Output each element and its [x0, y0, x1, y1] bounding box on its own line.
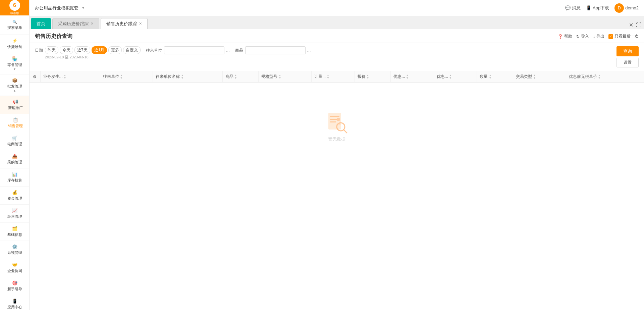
sidebar-item-retail[interactable]: 🏪 零售管理 ▼: [0, 53, 29, 74]
retail-collapse-icon: ▼: [13, 67, 16, 71]
sidebar-item-basic[interactable]: 🗂️ 基础信息: [0, 223, 29, 241]
tab-purchase-history[interactable]: 采购历史价跟踪 ✕: [52, 18, 99, 29]
sidebar-item-appstore[interactable]: 📱 应用中心: [0, 295, 29, 310]
sidebar: 6 标准版 🔍 搜索菜单 ⚡ 快捷导航 🏪 零售管理 ▼ 📦 批发管理 ▲ 📢 …: [0, 0, 30, 310]
goods-input-group: ...: [245, 46, 311, 54]
preset-more[interactable]: 更多: [108, 46, 122, 54]
col-partner-code[interactable]: 往来单位 ▲▼: [100, 71, 153, 83]
col-discount1[interactable]: 优惠... ▲▼: [391, 71, 434, 83]
col-quantity[interactable]: 数量 ▲▼: [477, 71, 513, 83]
only-last-checkbox-label[interactable]: ✓ 只看最后一次: [608, 34, 639, 39]
col-partner-name[interactable]: 往来单位名称 ▲▼: [153, 71, 222, 83]
messages-button[interactable]: 💬 消息: [565, 5, 581, 11]
sidebar-item-enterprise[interactable]: 🤝 企业协同: [0, 259, 29, 277]
only-last-label: 只看最后一次: [614, 34, 639, 39]
sidebar-item-finance[interactable]: 💰 资金管理: [0, 187, 29, 205]
tab-home[interactable]: 首页: [31, 18, 51, 29]
query-button[interactable]: 查询: [616, 46, 639, 56]
help-button[interactable]: ❓ 帮助: [558, 34, 572, 39]
retail-icon: 🏪: [12, 56, 17, 61]
goods-picker-icon[interactable]: ...: [307, 48, 311, 53]
search-menu-label: 搜索菜单: [7, 25, 22, 30]
empty-text: 暂无数据: [328, 136, 345, 142]
sidebar-item-shortcut[interactable]: ⚡ 快捷导航: [0, 35, 29, 53]
svg-rect-1: [330, 116, 339, 117]
marketing-label: 营销推广: [8, 105, 23, 110]
col-spec[interactable]: 规格型号 ▲▼: [259, 71, 312, 83]
preset-custom[interactable]: 自定义: [123, 46, 141, 54]
system-label: 系统管理: [7, 250, 22, 255]
download-icon: 📱: [586, 5, 591, 10]
appstore-icon: 📱: [12, 299, 17, 304]
col-quote[interactable]: 报价 ▲▼: [355, 71, 391, 83]
date-presets: 昨天 今天 近7天 近1月 更多 自定义: [45, 46, 141, 54]
tab-purchase-history-close-icon[interactable]: ✕: [91, 21, 94, 26]
export-icon: ↓: [593, 34, 595, 39]
date-range-display: 2023-02-18 至 2023-03-18: [45, 55, 141, 60]
app-download-button[interactable]: 📱 App下载: [586, 5, 609, 11]
sidebar-item-system[interactable]: ⚙️ 系统管理: [0, 241, 29, 259]
guide-icon: 🎯: [12, 280, 17, 286]
tab-sales-history-label: 销售历史价跟踪: [106, 21, 137, 27]
enterprise-icon: 🤝: [12, 262, 17, 267]
table-header: ⚙ 业务发生... ▲▼ 往来单位 ▲▼: [30, 71, 644, 83]
partner-picker-icon[interactable]: ...: [226, 48, 230, 53]
sidebar-item-guide[interactable]: 🎯 新手引导: [0, 277, 29, 295]
sidebar-item-wholesale[interactable]: 📦 批发管理 ▲: [0, 74, 29, 96]
partner-input-group: ...: [164, 46, 230, 54]
setting-button[interactable]: 设置: [616, 58, 639, 67]
user-avatar: D: [614, 3, 624, 13]
svg-rect-2: [330, 119, 337, 120]
only-last-checkbox[interactable]: ✓: [608, 34, 613, 39]
page-header: 销售历史价查询 ❓ 帮助 ↻ 导入 ↓ 导出 ✓ 只看最后一次: [30, 29, 644, 43]
col-goods[interactable]: 商品 ▲▼: [222, 71, 259, 83]
goods-input[interactable]: [245, 46, 306, 54]
sidebar-item-ecommerce[interactable]: 🛒 电商管理: [0, 132, 29, 150]
sidebar-item-operations[interactable]: 📈 经营管理: [0, 205, 29, 223]
search-menu-button[interactable]: 🔍 搜索菜单: [2, 18, 27, 32]
col-pretax-price[interactable]: 优惠前无税单价 ▲▼: [566, 71, 644, 83]
topbar-left: 办公用品行业模拟账套 ▼: [35, 5, 87, 11]
export-label: 导出: [596, 34, 604, 39]
goods-filter-label: 商品: [235, 46, 243, 53]
table-area: ⚙ 业务发生... ▲▼ 往来单位 ▲▼: [30, 71, 644, 310]
sales-history-table: ⚙ 业务发生... ▲▼ 往来单位 ▲▼: [30, 71, 644, 83]
tab-sales-history-close-icon[interactable]: ✕: [139, 21, 142, 26]
col-discount2[interactable]: 优惠... ▲▼: [434, 71, 477, 83]
content-area: 销售历史价查询 ❓ 帮助 ↻ 导入 ↓ 导出 ✓ 只看最后一次: [30, 29, 644, 310]
inventory-icon: 📊: [12, 172, 17, 177]
sidebar-item-inventory[interactable]: 📊 库存核算: [0, 168, 29, 187]
col-tx-type[interactable]: 交易类型 ▲▼: [513, 71, 566, 83]
topbar-right: 💬 消息 📱 App下载 D demo2: [565, 3, 639, 13]
import-button[interactable]: ↻ 导入: [576, 34, 589, 39]
filter-date-group: 日期 昨天 今天 近7天 近1月 更多 自定义 2023-02-18 至 202…: [35, 46, 141, 60]
filter-partner-group: 往来单位 ...: [146, 46, 230, 54]
svg-rect-0: [328, 113, 341, 130]
tab-bar: 首页 采购历史价跟踪 ✕ 销售历史价跟踪 ✕ ✕ ⛶: [30, 16, 644, 29]
tabs-actions: ✕ ⛶: [629, 22, 644, 29]
user-profile-button[interactable]: D demo2: [614, 3, 639, 13]
topbar-dropdown-icon[interactable]: ▼: [81, 5, 87, 11]
tab-sales-history[interactable]: 销售历史价跟踪 ✕: [101, 18, 148, 29]
sidebar-item-sales-mgmt[interactable]: 📋 销售管理: [0, 114, 29, 132]
col-biz-date[interactable]: 业务发生... ▲▼: [40, 71, 100, 83]
col-settings[interactable]: ⚙: [30, 71, 40, 83]
retail-label: 零售管理: [7, 62, 22, 67]
sidebar-item-purchase[interactable]: 📥 采购管理: [0, 150, 29, 168]
col-unit[interactable]: 计量... ▲▼: [312, 71, 355, 83]
preset-1month[interactable]: 近1月: [92, 46, 107, 54]
tab-purchase-history-label: 采购历史价跟踪: [58, 21, 89, 27]
partner-input[interactable]: [164, 46, 224, 54]
marketing-icon: 📢: [13, 99, 18, 104]
app-subtitle: 标准版: [10, 11, 19, 15]
sales-mgmt-label: 销售管理: [8, 123, 23, 128]
sidebar-item-marketing[interactable]: 📢 营销推广: [0, 96, 29, 114]
preset-yesterday[interactable]: 昨天: [45, 46, 58, 54]
preset-7days[interactable]: 近7天: [74, 46, 90, 54]
expand-tab-icon[interactable]: ⛶: [636, 22, 641, 28]
preset-today[interactable]: 今天: [60, 46, 73, 54]
help-icon: ❓: [558, 34, 563, 39]
export-button[interactable]: ↓ 导出: [593, 34, 604, 39]
close-tab-icon[interactable]: ✕: [629, 22, 633, 28]
app-logo[interactable]: 6 标准版: [0, 0, 29, 15]
